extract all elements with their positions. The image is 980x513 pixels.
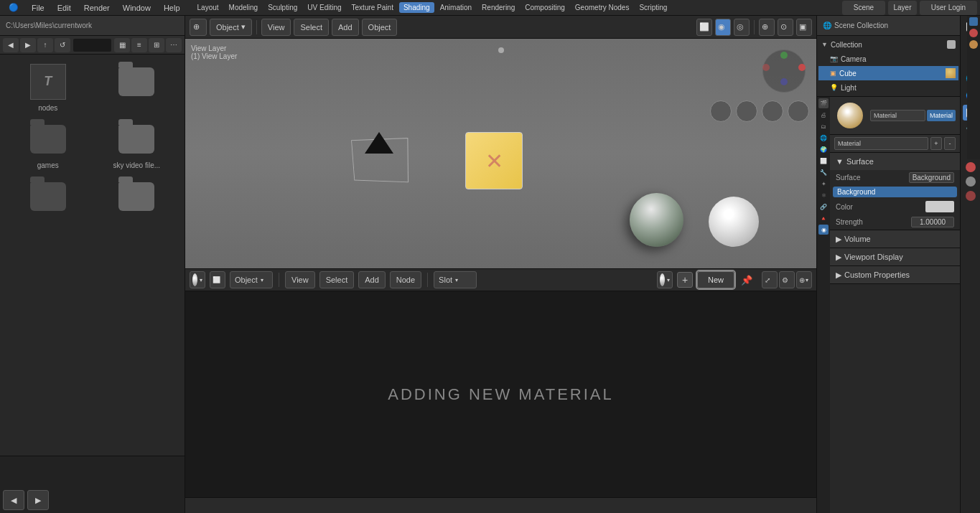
rsb-red-dot[interactable]: [966, 162, 976, 172]
menu-render[interactable]: Render: [78, 2, 116, 14]
material-slot-selector[interactable]: Material: [834, 137, 928, 150]
material-sphere-btn[interactable]: ▾: [657, 271, 673, 288]
surface-type-value[interactable]: Background: [909, 172, 954, 183]
3d-viewport[interactable]: View Layer (1) View Layer: [185, 39, 816, 268]
tab-uv-editing[interactable]: UV Editing: [303, 2, 345, 13]
rsb-red-dot-2[interactable]: [966, 191, 976, 201]
panel-btn-1[interactable]: ◀: [3, 490, 24, 510]
menu-window[interactable]: Window: [117, 2, 157, 14]
slot-selector[interactable]: Slot ▾: [434, 271, 477, 288]
modifier-props-icon[interactable]: 🔧: [818, 167, 829, 177]
right-edge-red-icon[interactable]: [969, 29, 978, 37]
node-menu-btn[interactable]: Node: [390, 271, 421, 288]
filter-btn[interactable]: ⊞: [149, 38, 164, 52]
surface-section-header[interactable]: ▼ Surface: [830, 153, 960, 170]
add-btn[interactable]: Add: [332, 19, 359, 36]
world-props-icon[interactable]: 🌍: [818, 144, 829, 154]
material-props-icon[interactable]: ◉: [818, 225, 829, 235]
node-editor-area[interactable]: ADDING NEW MATERIAL: [185, 291, 816, 497]
nav-refresh-btn[interactable]: ↺: [55, 38, 70, 52]
outliner-item-camera[interactable]: 📷 Camera: [818, 52, 958, 66]
rendered-btn[interactable]: ◎: [734, 19, 750, 36]
gizmo-btn[interactable]: ⊕: [759, 19, 775, 36]
tab-rendering[interactable]: Rendering: [477, 2, 519, 13]
outliner-item-light[interactable]: 💡 Light: [818, 80, 958, 95]
view-settings-btn[interactable]: ⊕ ▾: [796, 271, 812, 288]
physics-props-icon[interactable]: ⚛: [818, 190, 829, 200]
list-item[interactable]: sky video file...: [96, 119, 178, 169]
view-layer-icon[interactable]: 🗂: [818, 121, 829, 131]
white-sphere-object[interactable]: [709, 197, 759, 247]
tab-modeling[interactable]: Modeling: [225, 2, 263, 13]
render-properties-icon[interactable]: 🎬: [818, 98, 829, 108]
add-material-slot-btn[interactable]: +: [677, 272, 693, 288]
new-material-btn[interactable]: New: [697, 271, 734, 288]
remove-material-slot-btn[interactable]: -: [944, 137, 956, 150]
mode-object-btn[interactable]: ⬜: [210, 271, 225, 288]
add-material-slot-btn[interactable]: +: [930, 137, 942, 150]
object-props-icon[interactable]: ⬜: [818, 156, 829, 166]
right-edge-orange-icon[interactable]: [969, 40, 978, 49]
list-item[interactable]: [96, 177, 178, 219]
add-menu-btn[interactable]: Add: [358, 271, 386, 288]
menu-edit[interactable]: Edit: [52, 2, 77, 14]
outliner-item-cube[interactable]: ▣ Cube: [818, 66, 958, 80]
tab-animation[interactable]: Animation: [436, 2, 476, 13]
settings-btn[interactable]: ⚙: [779, 271, 795, 288]
list-item[interactable]: T nodes: [7, 62, 89, 112]
pyramid-object[interactable]: [343, 132, 415, 189]
view-btn[interactable]: View: [261, 19, 291, 36]
tab-geometry-nodes[interactable]: Geometry Nodes: [571, 2, 634, 13]
object-mode-selector[interactable]: Object ▾: [230, 271, 273, 288]
scene-props-icon[interactable]: 🌐: [818, 133, 829, 143]
view-toggle-btn[interactable]: ▦: [114, 38, 130, 52]
viewport-icon-btn[interactable]: ⊕: [190, 19, 207, 36]
tab-shading[interactable]: Shading: [399, 2, 434, 13]
material-name-field[interactable]: Material: [870, 110, 925, 121]
viewport-display-header[interactable]: ▶ Viewport Display: [830, 248, 960, 265]
nav-back-btn[interactable]: ◀: [3, 38, 19, 52]
nav-up-btn[interactable]: ↑: [37, 38, 53, 52]
strength-value[interactable]: 1.00000: [911, 217, 954, 227]
layer-selector[interactable]: Layer: [888, 1, 917, 15]
right-edge-active-icon[interactable]: [969, 17, 978, 26]
data-props-icon[interactable]: 🔺: [818, 213, 829, 223]
volume-section-header[interactable]: ▶ Volume: [830, 230, 960, 248]
fullscreen-btn[interactable]: ⤢: [762, 271, 778, 288]
scene-selector[interactable]: Scene: [842, 1, 885, 15]
object-btn[interactable]: Object: [362, 19, 398, 36]
constraint-props-icon[interactable]: 🔗: [818, 202, 829, 212]
editor-type-btn[interactable]: ▾: [190, 271, 205, 288]
panel-btn-2[interactable]: ▶: [27, 490, 49, 510]
custom-props-header[interactable]: ▶ Custom Properties: [830, 266, 960, 283]
view-menu-btn[interactable]: View: [285, 271, 315, 288]
material-preview-btn[interactable]: ◉: [715, 19, 731, 36]
viewport-display-btn[interactable]: ⬜: [696, 19, 712, 36]
xray-btn[interactable]: ▣: [796, 19, 812, 36]
select-btn[interactable]: Select: [294, 19, 329, 36]
tab-sculpting[interactable]: Sculpting: [263, 2, 302, 13]
particle-props-icon[interactable]: ✦: [818, 179, 829, 189]
list-item[interactable]: [7, 177, 89, 219]
tab-compositing[interactable]: Compositing: [521, 2, 569, 13]
list-item[interactable]: [96, 62, 178, 112]
more-btn[interactable]: ⋯: [166, 38, 182, 52]
menu-help[interactable]: Help: [158, 2, 186, 14]
chrome-sphere-object[interactable]: [630, 193, 683, 247]
tab-texture-paint[interactable]: Texture Paint: [347, 2, 398, 13]
cube-object[interactable]: [465, 132, 523, 189]
pin-btn[interactable]: 📌: [739, 272, 755, 288]
active-node-label[interactable]: Background: [833, 187, 957, 197]
tab-layout[interactable]: Layout: [193, 2, 223, 13]
list-item[interactable]: games: [7, 119, 89, 169]
select-menu-btn[interactable]: Select: [319, 271, 355, 288]
tab-scripting[interactable]: Scripting: [635, 2, 671, 13]
overlay-btn[interactable]: ⊙: [778, 19, 793, 36]
blender-logo[interactable]: 🔵: [3, 1, 24, 14]
rsb-grey-dot[interactable]: [966, 177, 976, 187]
collection-vis-icon[interactable]: [947, 40, 956, 49]
outliner-item-collection[interactable]: ▼ Collection: [818, 37, 958, 52]
menu-file[interactable]: File: [26, 2, 50, 14]
color-picker[interactable]: [925, 201, 954, 212]
user-icon[interactable]: User Login: [920, 1, 977, 15]
